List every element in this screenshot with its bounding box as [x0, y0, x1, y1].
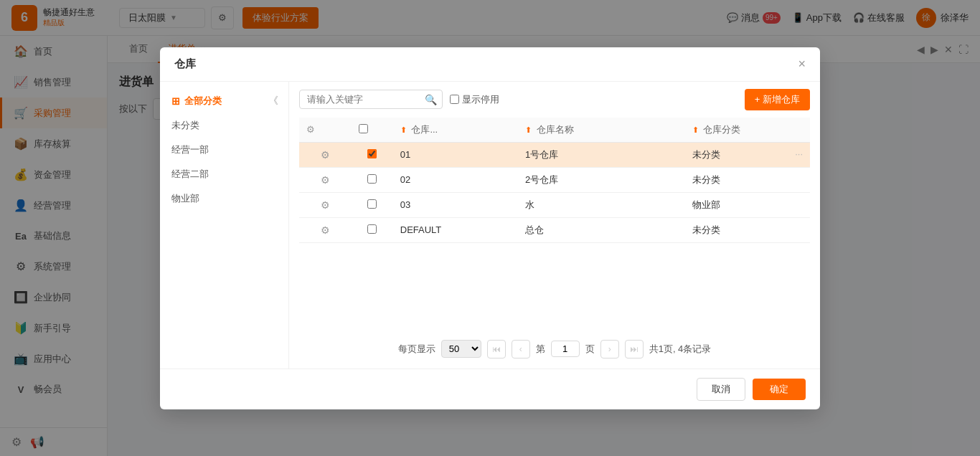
warehouse-table: ⚙ ⬆ 仓库... ⬆	[299, 118, 810, 243]
show-disabled-check[interactable]	[450, 95, 459, 104]
col-gear-header: ⚙	[299, 118, 352, 143]
gear-icon[interactable]: ⚙	[321, 149, 330, 161]
row-check-cell	[352, 217, 393, 242]
row-code-cell: 01	[393, 142, 518, 167]
category-header: ⊞ 全部分类 《	[160, 89, 288, 113]
row-gear-cell: ⚙	[299, 217, 352, 242]
col-code-header[interactable]: ⬆ 仓库...	[393, 118, 518, 143]
table-row[interactable]: ⚙ 03 水 物业部	[299, 192, 810, 217]
row-name-cell: 2号仓库	[518, 167, 684, 192]
page-prev-button[interactable]: ‹	[512, 340, 530, 358]
confirm-button[interactable]: 确定	[753, 379, 806, 400]
row-code-cell: 03	[393, 192, 518, 217]
table-row[interactable]: ⚙ DEFAULT 总仓 未分类	[299, 217, 810, 242]
gear-icon: ⚙	[306, 124, 315, 135]
row-checkbox[interactable]	[367, 174, 377, 184]
sort-icon: ⬆	[692, 125, 699, 134]
row-category-cell: 未分类	[685, 217, 810, 242]
table-scroll: ⚙ ⬆ 仓库... ⬆	[299, 118, 810, 331]
collapse-sidebar-button[interactable]: 《	[267, 93, 280, 109]
row-checkbox[interactable]	[367, 224, 377, 234]
page-last-button[interactable]: ⏭	[625, 340, 644, 358]
modal-title: 仓库	[174, 57, 196, 71]
show-disabled-checkbox[interactable]: 显示停用	[450, 93, 499, 106]
all-categories-button[interactable]: ⊞ 全部分类	[171, 95, 222, 108]
category-sidebar: ⊞ 全部分类 《 未分类 经营一部 经营二部 物业部	[160, 82, 289, 369]
row-name-cell: 水	[518, 192, 684, 217]
page-size-select[interactable]: 50 20 100	[441, 340, 481, 358]
row-check-cell	[352, 142, 393, 167]
show-disabled-label: 显示停用	[462, 93, 499, 106]
per-page-label: 每页显示	[398, 343, 435, 356]
page-label: 第	[536, 343, 545, 356]
row-category-cell: 未分类 ···	[685, 142, 810, 167]
category-item-operations1[interactable]: 经营一部	[160, 138, 288, 162]
row-gear-cell: ⚙	[299, 167, 352, 192]
table-body: ⚙ 01 1号仓库 未分类 ··· ⚙ 02 2号仓库 未分类 ⚙	[299, 142, 810, 242]
row-gear-cell: ⚙	[299, 142, 352, 167]
search-input[interactable]	[299, 90, 443, 109]
gear-icon[interactable]: ⚙	[321, 224, 330, 236]
row-check-cell	[352, 167, 393, 192]
search-icon[interactable]: 🔍	[425, 94, 437, 105]
col-cat-header[interactable]: ⬆ 仓库分类	[685, 118, 810, 143]
row-check-cell	[352, 192, 393, 217]
page-suffix: 页	[585, 343, 595, 356]
modal-header: 仓库 ×	[160, 47, 820, 82]
col-check-header[interactable]	[352, 118, 393, 143]
all-categories-label: 全部分类	[184, 95, 222, 108]
grid-icon: ⊞	[171, 95, 180, 107]
row-ops-dots[interactable]: ···	[795, 148, 803, 159]
modal-close-button[interactable]: ×	[798, 57, 806, 70]
sort-icon: ⬆	[525, 125, 532, 134]
row-category-cell: 未分类	[685, 167, 810, 192]
category-item-property[interactable]: 物业部	[160, 186, 288, 211]
category-item-unclassified[interactable]: 未分类	[160, 113, 288, 138]
warehouse-modal: 仓库 × ⊞ 全部分类 《 未分类 经营一部 经营二部 物业部	[160, 47, 820, 409]
sort-icon: ⬆	[400, 125, 407, 134]
row-code-cell: 02	[393, 167, 518, 192]
page-number-input[interactable]	[551, 341, 580, 357]
category-item-operations2[interactable]: 经营二部	[160, 162, 288, 186]
table-area: 🔍 显示停用 + 新增仓库 ⚙	[289, 82, 820, 369]
page-next-button[interactable]: ›	[600, 340, 619, 358]
gear-icon[interactable]: ⚙	[321, 174, 330, 186]
add-warehouse-button[interactable]: + 新增仓库	[745, 89, 810, 110]
table-row[interactable]: ⚙ 01 1号仓库 未分类 ···	[299, 142, 810, 167]
table-row[interactable]: ⚙ 02 2号仓库 未分类	[299, 167, 810, 192]
row-category-cell: 物业部	[685, 192, 810, 217]
row-name-cell: 1号仓库	[518, 142, 684, 167]
modal-body: ⊞ 全部分类 《 未分类 经营一部 经营二部 物业部 🔍	[160, 82, 820, 369]
modal-footer: 取消 确定	[160, 369, 820, 409]
col-name-header[interactable]: ⬆ 仓库名称	[518, 118, 684, 143]
cancel-button[interactable]: 取消	[697, 378, 745, 401]
modal-overlay: 仓库 × ⊞ 全部分类 《 未分类 经营一部 经营二部 物业部	[0, 0, 980, 456]
search-wrap: 🔍	[299, 90, 443, 109]
gear-icon[interactable]: ⚙	[321, 199, 330, 211]
row-name-cell: 总仓	[518, 217, 684, 242]
select-all-checkbox[interactable]	[359, 124, 368, 133]
row-code-cell: DEFAULT	[393, 217, 518, 242]
table-toolbar: 🔍 显示停用 + 新增仓库	[299, 89, 810, 110]
pagination: 每页显示 50 20 100 ⏮ ‹ 第 页 › ⏭ 共1页, 4条记录	[299, 331, 810, 361]
row-checkbox[interactable]	[367, 199, 377, 209]
row-gear-cell: ⚙	[299, 192, 352, 217]
total-info: 共1页, 4条记录	[649, 343, 712, 356]
row-checkbox[interactable]	[367, 149, 377, 158]
page-first-button[interactable]: ⏮	[487, 340, 506, 358]
